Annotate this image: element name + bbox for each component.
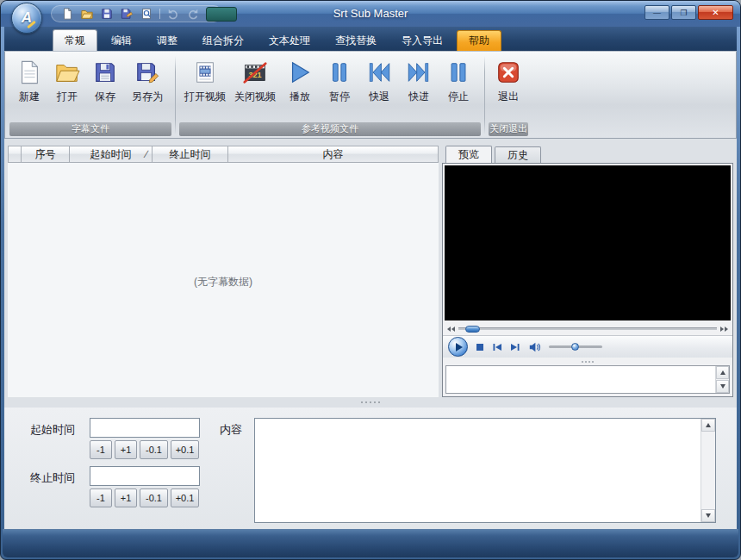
group-reference-video: 打开视频 321 关闭视频 播放	[178, 54, 482, 136]
pause-icon	[326, 59, 353, 86]
end-plus-1-button[interactable]: +1	[115, 488, 137, 507]
qat-open-button[interactable]	[80, 7, 94, 21]
tab-edit[interactable]: 编辑	[100, 31, 143, 51]
tab-preview[interactable]: 预览	[445, 146, 492, 164]
group-separator	[484, 56, 485, 134]
tab-general[interactable]: 常规	[53, 29, 97, 51]
open-folder-icon	[53, 59, 81, 86]
open-button[interactable]: 打开	[48, 55, 86, 120]
open-folder-icon	[81, 8, 93, 20]
sort-indicator-icon: ∕	[146, 146, 147, 162]
end-minus-0.1-button[interactable]: -0.1	[140, 488, 168, 507]
redo-icon	[187, 8, 199, 20]
play-icon	[456, 343, 463, 352]
start-plus-1-button[interactable]: +1	[115, 440, 137, 459]
start-minus-1-button[interactable]: -1	[90, 440, 112, 459]
content-scrollbar[interactable]	[701, 419, 715, 522]
volume-thumb[interactable]	[571, 343, 579, 351]
tab-import-export[interactable]: 导入导出	[390, 31, 454, 51]
end-time-adjust-row: -1 +1 -0.1 +0.1	[90, 488, 199, 507]
column-header-start-time[interactable]: 起始时间 ∕	[70, 146, 153, 163]
app-menu-button[interactable]: A	[11, 3, 42, 34]
save-icon	[101, 8, 113, 20]
tab-history[interactable]: 历史	[495, 146, 541, 164]
play-button-ribbon[interactable]: 播放	[280, 55, 320, 120]
end-time-input[interactable]	[90, 466, 200, 486]
seek-back-arrows-icon[interactable]	[447, 327, 455, 332]
rewind-button-ribbon[interactable]: 快退	[359, 55, 399, 120]
previous-icon	[492, 342, 502, 352]
player-mute-button[interactable]	[528, 341, 541, 353]
start-time-adjust-row: -1 +1 -0.1 +0.1	[90, 440, 199, 459]
end-minus-1-button[interactable]: -1	[90, 488, 112, 507]
preview-panel	[442, 163, 733, 397]
minimize-button[interactable]: —	[644, 5, 669, 20]
seek-forward-arrows-icon[interactable]	[720, 327, 728, 332]
player-previous-button[interactable]	[492, 342, 502, 352]
ribbon: 新建 打开 保存 另存	[4, 51, 737, 139]
quick-access-toolbar	[51, 5, 222, 22]
column-header-content[interactable]: 内容	[228, 146, 439, 163]
qat-save-button[interactable]	[100, 7, 114, 21]
column-header-marker[interactable]	[8, 146, 22, 163]
column-header-index[interactable]: 序号	[22, 146, 70, 163]
save-button[interactable]: 保存	[86, 55, 124, 120]
start-time-label: 起始时间	[30, 422, 75, 438]
qat-save-as-button[interactable]	[120, 7, 134, 21]
tab-adjust[interactable]: 调整	[146, 31, 189, 51]
scroll-down-button[interactable]	[701, 509, 715, 522]
save-as-button[interactable]: 另存为	[124, 55, 171, 120]
preview-list[interactable]	[445, 365, 730, 394]
group-caption-reference-video: 参考视频文件	[179, 122, 481, 136]
fast-forward-button-ribbon[interactable]: 快进	[399, 55, 439, 120]
status-bar	[3, 529, 738, 557]
player-stop-button[interactable]	[476, 343, 484, 352]
content-textarea[interactable]	[255, 419, 701, 522]
close-video-button[interactable]: 321 关闭视频	[230, 55, 280, 120]
volume-slider[interactable]	[549, 345, 602, 348]
tab-combine-split[interactable]: 组合拆分	[191, 31, 255, 51]
end-plus-0.1-button[interactable]: +0.1	[171, 488, 199, 507]
tab-find-replace[interactable]: 查找替换	[324, 31, 388, 51]
arrow-down-icon	[706, 513, 711, 518]
open-video-button[interactable]: 打开视频	[180, 55, 230, 120]
pause-button-ribbon[interactable]: 暂停	[320, 55, 359, 120]
qat-redo-button[interactable]	[186, 7, 200, 21]
group-caption-close-exit: 关闭退出	[489, 122, 528, 136]
qat-preview-button[interactable]	[140, 7, 153, 21]
scroll-up-button[interactable]	[701, 419, 715, 432]
seek-track[interactable]	[458, 327, 717, 330]
column-header-end-time[interactable]: 终止时间	[153, 146, 228, 163]
scroll-up-button[interactable]	[716, 366, 729, 379]
exit-button[interactable]: 退出	[489, 55, 527, 120]
start-time-input[interactable]	[90, 418, 200, 438]
player-next-button[interactable]	[510, 342, 520, 352]
qat-undo-button[interactable]	[166, 7, 180, 21]
close-button[interactable]: ✕	[698, 5, 733, 20]
stop-button-ribbon[interactable]: 停止	[439, 55, 478, 120]
new-button[interactable]: 新建	[10, 55, 48, 120]
horizontal-splitter[interactable]	[4, 397, 737, 408]
player-play-button[interactable]	[448, 337, 468, 357]
start-plus-0.1-button[interactable]: +0.1	[171, 440, 199, 459]
tab-text-processing[interactable]: 文本处理	[258, 31, 321, 51]
scroll-down-button[interactable]	[716, 380, 729, 393]
group-close-exit: 退出 关闭退出	[488, 54, 529, 136]
group-caption-subtitle-file: 字幕文件	[9, 122, 171, 136]
ime-badge	[206, 7, 237, 22]
preview-list-scrollbar[interactable]	[715, 366, 729, 393]
ribbon-tab-bar: 常规 编辑 调整 组合拆分 文本处理 查找替换 导入导出 帮助	[4, 27, 737, 51]
app-logo: A	[22, 9, 32, 27]
start-minus-0.1-button[interactable]: -0.1	[140, 440, 168, 459]
qat-new-button[interactable]	[60, 7, 74, 21]
open-video-icon	[191, 59, 219, 86]
save-as-icon	[121, 8, 133, 20]
subtitle-table[interactable]: (无字幕数据)	[8, 163, 439, 397]
seek-thumb[interactable]	[465, 326, 480, 333]
panel-splitter-handle[interactable]	[443, 358, 732, 365]
print-preview-icon	[140, 8, 153, 20]
tab-help[interactable]: 帮助	[457, 30, 501, 51]
close-icon: ✕	[712, 8, 719, 17]
maximize-button[interactable]: ❐	[671, 5, 696, 20]
end-time-label: 终止时间	[30, 470, 75, 486]
